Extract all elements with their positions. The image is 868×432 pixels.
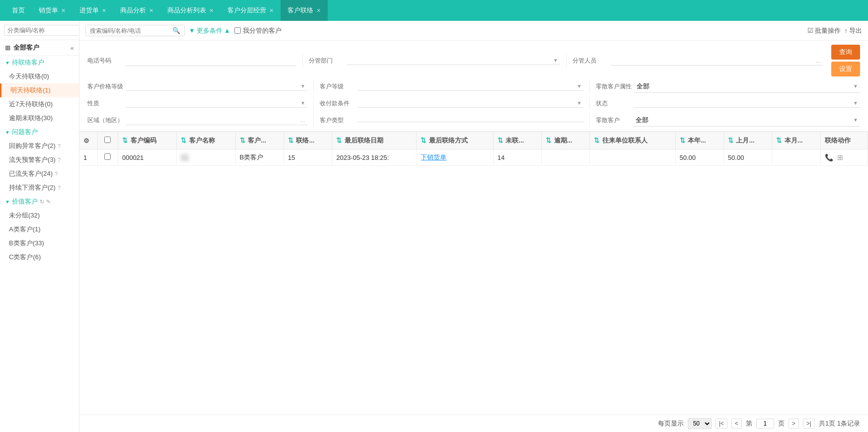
nav-product-analysis-list[interactable]: 商品分析列表 ✕ xyxy=(160,0,220,21)
status-select[interactable]: ▼ xyxy=(634,99,860,108)
sidebar-item-churn-warning[interactable]: 流失预警客户(3) ? xyxy=(0,153,79,167)
sidebar-item-tomorrow[interactable]: 明天待联络(1) xyxy=(0,83,79,97)
sidebar-item-class-b[interactable]: B类客户(33) xyxy=(0,236,79,250)
sidebar-item-ungrouped[interactable]: 未分组(32) xyxy=(0,209,79,222)
more-action-icon[interactable]: ⊞ xyxy=(837,153,843,161)
region-more[interactable]: … xyxy=(300,117,305,123)
sidebar-group-pending[interactable]: ▼ 待联络客户 xyxy=(0,56,79,70)
batch-operation-button[interactable]: ☑ 批量操作 xyxy=(807,26,841,35)
phone-action-icon[interactable]: 📞 xyxy=(825,153,833,161)
query-button[interactable]: 查询 xyxy=(831,45,860,60)
payment-select[interactable]: ▼ xyxy=(358,99,584,108)
sort-overdue-icon[interactable]: ⇅ xyxy=(546,137,551,144)
prev-page-button[interactable]: < xyxy=(731,419,742,429)
gender-select[interactable]: ▼ xyxy=(125,99,307,108)
divider-3 xyxy=(313,79,314,93)
sort-code-icon[interactable]: ⇅ xyxy=(122,137,128,144)
sidebar-search-input[interactable] xyxy=(4,25,79,36)
sort-ty-icon[interactable]: ⇅ xyxy=(680,137,685,144)
select-all-checkbox[interactable] xyxy=(104,137,111,143)
nav-customer-tier[interactable]: 客户分层经营 ✕ xyxy=(220,0,281,21)
sidebar-item-class-a[interactable]: A类客户(1) xyxy=(0,222,79,236)
sort-name-icon[interactable]: ⇅ xyxy=(181,137,186,144)
manager-select[interactable]: … xyxy=(610,56,823,66)
divider-8 xyxy=(589,113,590,127)
th-contact: ⇅ 联络... xyxy=(284,132,332,149)
sort-type-icon[interactable]: ⇅ xyxy=(240,137,245,144)
more-filter-button[interactable]: ▼ 更多条件 ▲ xyxy=(189,26,230,35)
nav-home[interactable]: 首页 xyxy=(5,0,32,21)
phone-input[interactable] xyxy=(125,56,296,66)
sidebar-group-value[interactable]: ▼ 价值客户 ↻ ✎ xyxy=(0,195,79,209)
nav-purchase-order[interactable]: 进货单 ✕ xyxy=(72,0,113,21)
td-unlisted: 14 xyxy=(493,149,541,166)
close-purchase-order[interactable]: ✕ xyxy=(102,7,106,14)
close-sales-order[interactable]: ✕ xyxy=(61,7,66,14)
customer-table: ⚙ ⇅ 客户编码 ⇅ 客户名称 xyxy=(79,132,868,166)
close-customer-contact[interactable]: ✕ xyxy=(316,7,321,14)
close-customer-tier[interactable]: ✕ xyxy=(269,7,274,14)
page-size-select[interactable]: 50 xyxy=(688,418,712,429)
sidebar-item-today[interactable]: 今天待联络(0) xyxy=(0,70,79,83)
sidebar-item-overdue[interactable]: 逾期未联络(30) xyxy=(0,111,79,125)
page-size-label: 每页显示 xyxy=(658,419,684,428)
sidebar-item-class-c[interactable]: C类客户(6) xyxy=(0,250,79,264)
next-page-button[interactable]: > xyxy=(789,419,799,429)
value-edit-icon[interactable]: ✎ xyxy=(46,199,51,205)
help-icon-3: ? xyxy=(55,171,58,177)
sidebar-item-churned[interactable]: 已流失客户(24) ? xyxy=(0,167,79,181)
filter-dept: 分管部门 ▼ xyxy=(309,56,560,65)
nav-customer-contact[interactable]: 客户联络 ✕ xyxy=(281,0,328,21)
sort-date-icon[interactable]: ⇅ xyxy=(336,137,342,144)
sort-method-icon[interactable]: ⇅ xyxy=(421,137,426,144)
td-contact-person xyxy=(590,149,675,166)
sort-contact-icon[interactable]: ⇅ xyxy=(288,137,293,144)
nav-sales-order[interactable]: 销货单 ✕ xyxy=(32,0,72,21)
page-number-input[interactable] xyxy=(756,419,774,429)
td-index: 1 xyxy=(79,149,97,166)
cl-caret: ▼ xyxy=(300,83,305,89)
close-product-analysis-list[interactable]: ✕ xyxy=(209,7,214,14)
set-button[interactable]: 设置 xyxy=(831,62,860,76)
retail-select[interactable]: 全部 ▼ xyxy=(634,114,860,127)
main-search-icon[interactable]: 🔍 xyxy=(172,27,180,34)
first-page-button[interactable]: |< xyxy=(716,419,727,429)
table-footer: 每页显示 50 |< < 第 页 > >| 共1页 1条记录 xyxy=(79,415,868,432)
region-select[interactable]: … xyxy=(126,116,307,125)
sidebar-group-problem[interactable]: ▼ 问题客户 xyxy=(0,125,79,139)
g-caret: ▼ xyxy=(300,100,305,106)
table-header-row: ⚙ ⇅ 客户编码 ⇅ 客户名称 xyxy=(79,132,868,149)
row-checkbox[interactable] xyxy=(104,153,111,160)
my-customer-checkbox-wrap: 我分管的客户 xyxy=(234,26,282,35)
sort-cp-icon[interactable]: ⇅ xyxy=(594,137,599,144)
sidebar-item-7days[interactable]: 近7天待联络(0) xyxy=(0,97,79,111)
close-product-analysis[interactable]: ✕ xyxy=(149,7,153,14)
filter-icon: ▼ xyxy=(189,27,195,34)
retail-attr-select[interactable]: 全部 ▼ xyxy=(635,80,860,93)
page-label: 第 xyxy=(746,419,752,428)
customer-grade-select[interactable]: ▼ xyxy=(358,82,584,91)
dept-select[interactable]: ▼ xyxy=(347,56,560,65)
sidebar-item-declining[interactable]: 持续下滑客户(2) ? xyxy=(0,181,79,195)
export-button[interactable]: ↑ 导出 xyxy=(845,26,863,35)
th-type: ⇅ 客户... xyxy=(235,132,284,149)
last-page-button[interactable]: >| xyxy=(803,419,815,429)
cg-caret: ▼ xyxy=(577,83,582,89)
sort-unlisted-icon[interactable]: ⇅ xyxy=(498,137,503,144)
sidebar-all-customers[interactable]: ⊞ 全部客户 « xyxy=(0,40,79,56)
customer-level-select[interactable]: ▼ xyxy=(126,82,307,91)
settings-icon[interactable]: ⚙ xyxy=(83,137,89,144)
sidebar-item-repurchase-abnormal[interactable]: 回购异常客户(2) ? xyxy=(0,139,79,153)
last-method-link[interactable]: 下销货单 xyxy=(421,153,446,161)
td-this-year: 50.00 xyxy=(675,149,723,166)
sort-tm-icon[interactable]: ⇅ xyxy=(776,137,782,144)
customer-type-select[interactable] xyxy=(358,119,584,122)
data-table-container: ⚙ ⇅ 客户编码 ⇅ 客户名称 xyxy=(79,132,868,415)
manager-more[interactable]: … xyxy=(816,58,821,64)
main-search-input[interactable] xyxy=(90,27,170,34)
main-layout: 🔍 ⊞ 全部客户 « ▼ 待联络客户 今天待联络(0) 明天待联络(1) 近7天… xyxy=(0,21,868,432)
my-customer-checkbox[interactable] xyxy=(234,27,241,34)
nav-product-analysis[interactable]: 商品分析 ✕ xyxy=(113,0,160,21)
sort-lm-icon[interactable]: ⇅ xyxy=(728,137,733,144)
value-refresh-icon[interactable]: ↻ xyxy=(40,199,44,205)
